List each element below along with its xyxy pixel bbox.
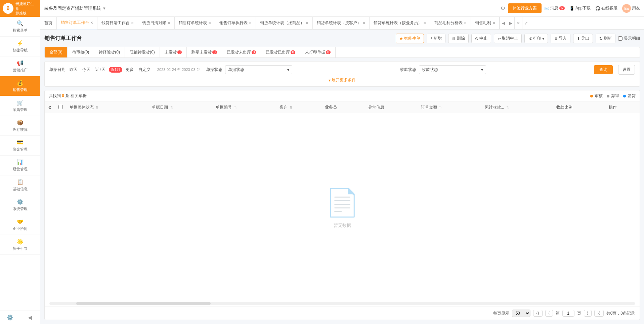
date-today-btn[interactable]: 今天 bbox=[81, 66, 92, 73]
scroll-thumb[interactable] bbox=[76, 302, 211, 305]
sidebar-item-inventory[interactable]: 📦 库存核算 bbox=[0, 116, 40, 136]
tab-close-sales-exec[interactable]: ✕ bbox=[249, 21, 252, 25]
print-btn[interactable]: 🖨 打印 ▾ bbox=[524, 34, 548, 43]
stop-btn[interactable]: ⊘ 中止 bbox=[471, 34, 491, 43]
new-btn[interactable]: + 新增 bbox=[427, 34, 445, 43]
sidebar-item-search[interactable]: 🔍 搜索菜单 bbox=[0, 17, 40, 37]
pagination-prev-btn[interactable]: ⟨ bbox=[545, 310, 553, 317]
tab-customer-stats[interactable]: 销货单统计表（按客户） ✕ bbox=[313, 17, 370, 30]
th-col-settings[interactable]: ⚙ bbox=[45, 102, 55, 113]
user-menu[interactable]: Ea 用友 bbox=[622, 4, 640, 13]
sidebar-collapse-btn[interactable]: ◀ bbox=[20, 311, 40, 324]
sort-collected-icon[interactable]: ⇅ bbox=[506, 106, 509, 109]
tab-close-customer-stats[interactable]: ✕ bbox=[362, 21, 365, 25]
pagination-last-btn[interactable]: ⟩⟩ bbox=[594, 310, 604, 317]
sidebar-item-system[interactable]: ⚙️ 系统管理 bbox=[0, 195, 40, 215]
filter-tab-all[interactable]: 全部(0) bbox=[45, 47, 68, 57]
sidebar-item-marketing[interactable]: 📢 营销推广 bbox=[0, 56, 40, 76]
page-input[interactable] bbox=[562, 310, 574, 317]
cancel-icon: ↩ bbox=[498, 36, 501, 41]
message-btn[interactable]: ✉️ 消息 6 bbox=[544, 5, 565, 11]
sort-status-icon[interactable]: ⇅ bbox=[96, 106, 98, 109]
sort-amount-icon[interactable]: ⇅ bbox=[439, 106, 442, 109]
tab-close-cash-reconcile[interactable]: ✕ bbox=[168, 21, 170, 25]
tab-salesman-stats[interactable]: 销货单统计表（按业务员） ✕ bbox=[370, 17, 430, 30]
settings-btn[interactable]: 设置 bbox=[618, 65, 635, 75]
per-page-select[interactable]: 10 20 50 100 bbox=[512, 310, 530, 317]
select-all-checkbox[interactable] bbox=[58, 105, 63, 109]
topbar-settings-icon[interactable]: ⚙ bbox=[501, 5, 505, 11]
review-action-btn[interactable]: 审核 bbox=[590, 93, 603, 99]
sidebar-item-collab[interactable]: 🤝 企业协同 bbox=[0, 215, 40, 235]
show-detail-input[interactable] bbox=[618, 36, 622, 41]
topbar-dropdown-icon[interactable]: ▾ bbox=[103, 6, 105, 11]
ship-action-btn[interactable]: 发货 bbox=[623, 93, 636, 99]
import-btn[interactable]: ⬇ 导入 bbox=[551, 34, 570, 43]
tab-maximize-btn[interactable]: ⤢ bbox=[522, 17, 530, 30]
date-custom-btn[interactable]: 自定义 bbox=[137, 66, 152, 73]
tab-cash-reconcile[interactable]: 钱货日清对账 ✕ bbox=[138, 17, 175, 30]
expand-conditions-btn[interactable]: ▾ 展开更多条件 bbox=[329, 77, 356, 83]
tab-home[interactable]: 首页 bbox=[40, 17, 57, 30]
filter-tab-shipped-out[interactable]: 已发货已出库0 bbox=[261, 47, 300, 57]
pagination-first-btn[interactable]: ⟨⟨ bbox=[533, 310, 543, 317]
page-title: 销售订单工作台 bbox=[44, 35, 82, 42]
cancel-review-action-btn[interactable]: 弃审 bbox=[607, 93, 619, 99]
sidebar-item-sales[interactable]: 💰 销售管理 bbox=[0, 76, 40, 96]
export-btn[interactable]: ⬆ 导出 bbox=[573, 34, 593, 43]
tab-prev-btn[interactable]: ◀ bbox=[500, 17, 507, 30]
filter-tab-pending-inspect[interactable]: 待择验货(0) bbox=[94, 47, 125, 57]
tab-cash-daily[interactable]: 钱货日清工作台 ✕ bbox=[97, 17, 138, 30]
tab-close-goods-stats[interactable]: ✕ bbox=[306, 21, 308, 25]
sidebar-item-purchase[interactable]: 🛒 采购管理 bbox=[0, 96, 40, 116]
date-yesterday-btn[interactable]: 昨天 bbox=[68, 66, 79, 73]
filter-tab-shipped-not-out[interactable]: 已发货未出库0 bbox=[222, 47, 261, 57]
filter-tab-wangpu[interactable]: 旺铺待发货(0) bbox=[125, 47, 160, 57]
status-select[interactable]: 单据状态 ▾ bbox=[225, 65, 292, 74]
sidebar-item-quick[interactable]: ⚡ 快捷导航 bbox=[0, 37, 40, 56]
tab-close-margin-analysis[interactable]: ✕ bbox=[464, 21, 467, 25]
collection-select[interactable]: 收款状态 ▾ bbox=[419, 65, 486, 74]
tab-close-all-btn[interactable]: ✕ bbox=[514, 17, 522, 30]
date-7days-btn[interactable]: 近7天 bbox=[94, 66, 107, 73]
th-checkbox[interactable] bbox=[55, 102, 66, 113]
sort-date-icon[interactable]: ⇅ bbox=[170, 106, 173, 109]
smart-create-btn[interactable]: ★ 智能生单 bbox=[396, 34, 424, 43]
sidebar-item-basic[interactable]: 📋 基础信息 bbox=[0, 175, 40, 195]
refresh-btn[interactable]: ↻ 刷新 bbox=[596, 34, 615, 43]
tab-sales-margin[interactable]: 销售毛利 ✕ bbox=[471, 17, 500, 30]
sidebar-item-operations[interactable]: 📊 经营管理 bbox=[0, 156, 40, 175]
sidebar-item-newbie[interactable]: 🌟 新手引导 bbox=[0, 235, 40, 255]
filter-tab-unshipped[interactable]: 未发货0 bbox=[160, 47, 187, 57]
search-btn[interactable]: 查询 bbox=[594, 65, 613, 74]
online-service-btn[interactable]: 🎧 在线客服 bbox=[595, 5, 617, 11]
tab-sales-exec[interactable]: 销售订单执行表 ✕ bbox=[215, 17, 256, 30]
sort-number-icon[interactable]: ⇅ bbox=[234, 106, 237, 109]
tab-sales-stats[interactable]: 销售订单统计表 ✕ bbox=[175, 17, 215, 30]
tab-goods-stats[interactable]: 销货单统计表（按商品） ✕ bbox=[256, 17, 313, 30]
show-detail-checkbox[interactable]: 显示明细 bbox=[618, 36, 640, 41]
filter-tab-overdue-unshipped[interactable]: 到期未发货0 bbox=[187, 47, 222, 57]
filter-tab-unprinted[interactable]: 未打印单据0 bbox=[300, 47, 336, 57]
tab-close-sales-stats[interactable]: ✕ bbox=[208, 21, 211, 25]
sidebar-settings-btn[interactable]: ⚙️ bbox=[0, 311, 20, 324]
tab-margin-analysis[interactable]: 商品毛利分析表 ✕ bbox=[430, 17, 471, 30]
pagination-next-btn[interactable]: ⟩ bbox=[584, 310, 592, 317]
sort-customer-icon[interactable]: ⇅ bbox=[290, 106, 292, 109]
delete-btn[interactable]: 🗑 删除 bbox=[448, 34, 469, 43]
tab-close-sales-margin[interactable]: ✕ bbox=[492, 21, 495, 25]
date-1month-btn[interactable]: 近1月 bbox=[109, 67, 122, 73]
tab-sales-workbench[interactable]: 销售订单工作台 ✕ bbox=[57, 17, 97, 30]
sidebar-item-finance[interactable]: 💳 资金管理 bbox=[0, 136, 40, 156]
table-actions: 审核 弃审 发货 bbox=[590, 93, 636, 99]
tab-next-btn[interactable]: ▶ bbox=[507, 17, 514, 30]
tab-close-sales-workbench[interactable]: ✕ bbox=[90, 21, 93, 25]
horizontal-scrollbar[interactable] bbox=[49, 302, 635, 305]
date-more-btn[interactable]: 更多 bbox=[124, 66, 135, 73]
tab-close-cash-daily[interactable]: ✕ bbox=[131, 21, 134, 25]
cancel-stop-btn[interactable]: ↩ 取消中止 bbox=[494, 34, 522, 43]
tab-close-salesman-stats[interactable]: ✕ bbox=[423, 21, 426, 25]
industry-plan-btn[interactable]: 体验行业方案 bbox=[508, 3, 542, 13]
filter-tab-pending-review[interactable]: 待审核(0) bbox=[68, 47, 94, 57]
app-download-btn[interactable]: 📱 App下载 bbox=[569, 5, 591, 11]
